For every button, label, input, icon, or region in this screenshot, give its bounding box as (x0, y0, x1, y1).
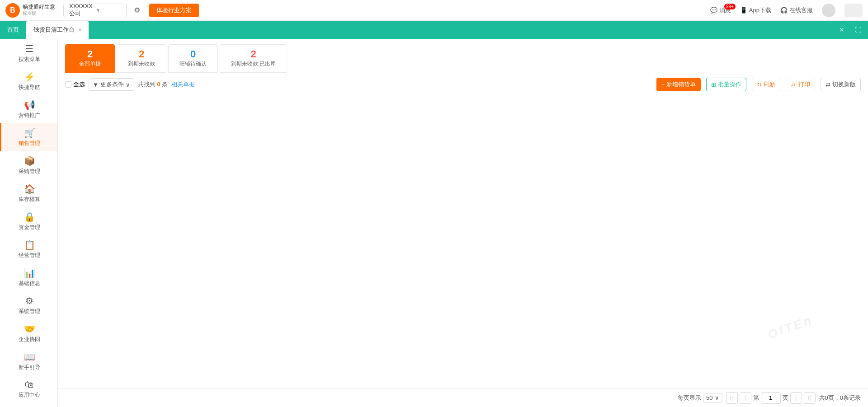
per-page-value: 50 (706, 394, 712, 401)
stat-label-overdue: 到期未收款 (128, 60, 155, 68)
user-menu[interactable] (844, 4, 863, 17)
sidebar-item-sales[interactable]: 🛒 销售管理 (0, 123, 57, 151)
stat-label-all: 全部单据 (79, 60, 101, 68)
print-label: 打印 (798, 80, 810, 89)
page-next-button[interactable]: ⟩ (790, 392, 802, 404)
tab-close-icon[interactable]: × (78, 27, 81, 33)
sidebar-label-purchase: 采购管理 (19, 168, 40, 175)
toolbar-right: + 新增销货单 ⊞ 批量操作 ↻ 刷新 🖨 打印 ⇄ 切换新版 (656, 78, 861, 91)
message-button[interactable]: 💬 消息 99+ (710, 6, 731, 14)
sidebar-item-system[interactable]: ⚙ 系统管理 (0, 291, 57, 319)
print-icon: 🖨 (791, 81, 797, 88)
sidebar-label-guide: 新手引导 (19, 364, 40, 371)
found-count: 0 (157, 81, 160, 88)
logo-icon: B (5, 3, 20, 18)
pagination-bar: 每页显示 50 ∨ ⟨⟨ ⟨ 第 页 ⟩ ⟩⟩ 共0页，0条记录 (58, 388, 868, 407)
filter-chevron-icon: ∨ (126, 81, 130, 88)
online-service-label: 在线客服 (789, 6, 813, 14)
switch-version-button[interactable]: ⇄ 切换新版 (821, 78, 861, 91)
app-logo: B 畅捷通好生意 标准版 (5, 3, 63, 18)
refresh-icon: ↻ (757, 81, 762, 88)
chevron-down-icon: ▾ (97, 7, 121, 14)
company-selector[interactable]: XXXXXX公司 ▾ (63, 4, 127, 17)
add-sales-order-button[interactable]: + 新增销货单 (656, 78, 701, 91)
base-info-icon: 📊 (24, 267, 35, 278)
sidebar-label-operations: 经营管理 (19, 252, 40, 259)
sidebar-item-wechat[interactable]: 💬 企业微信 (0, 402, 57, 407)
sidebar-item-marketing[interactable]: 📢 营销推广 (0, 95, 57, 123)
page-last-button[interactable]: ⟩⟩ (804, 392, 816, 404)
settings-icon[interactable]: ⚙ (130, 4, 144, 17)
related-orders-link[interactable]: 相关单据 (171, 80, 195, 89)
online-service-icon: 🎧 (780, 7, 788, 14)
sidebar-label-system: 系统管理 (19, 308, 40, 315)
page-size-selector[interactable]: 每页显示 50 ∨ (678, 393, 722, 402)
sidebar-item-purchase[interactable]: 📦 采购管理 (0, 151, 57, 179)
found-text: 共找到 0 条 (138, 80, 168, 89)
app-download-button[interactable]: 📱 App下载 (740, 6, 771, 14)
filter-button[interactable]: ▼ 更多条件 ∨ (89, 78, 134, 91)
app-download-icon: 📱 (740, 7, 747, 14)
sidebar-item-inventory[interactable]: 🏠 库存核算 (0, 179, 57, 207)
finance-icon: 🔒 (24, 211, 35, 222)
search-menu-icon: ☰ (25, 43, 33, 54)
company-name: XXXXXX公司 (69, 3, 93, 18)
page-suffix: 页 (783, 394, 788, 402)
sidebar-item-base-info[interactable]: 📊 基础信息 (0, 263, 57, 291)
stat-tab-overdue[interactable]: 2 到期未收款 (117, 44, 166, 73)
checkbox-box[interactable] (65, 81, 71, 88)
stat-tab-shipped[interactable]: 2 到期未收款 已出库 (220, 44, 287, 73)
stat-count-wangfu: 0 (190, 48, 196, 60)
online-service-button[interactable]: 🎧 在线客服 (780, 6, 813, 14)
stat-tab-wangfu[interactable]: 0 旺辅待确认 (168, 44, 218, 73)
marketing-icon: 📢 (24, 99, 35, 110)
sales-icon: 🛒 (24, 127, 35, 138)
tab-home-label: 首页 (7, 26, 19, 34)
stat-tab-all[interactable]: 2 全部单据 (65, 44, 115, 73)
tab-active[interactable]: 钱货日清工作台 × (26, 21, 89, 39)
header-right: 💬 消息 99+ 📱 App下载 🎧 在线客服 (710, 4, 863, 17)
print-button[interactable]: 🖨 打印 (786, 78, 815, 91)
table-area (58, 96, 868, 388)
tab-expand-icon[interactable]: ⛶ (852, 23, 864, 36)
app-body: ☰ 搜索菜单 ⚡ 快捷导航 📢 营销推广 🛒 销售管理 📦 采购管理 🏠 库存核… (0, 39, 868, 407)
stat-count-overdue: 2 (139, 48, 144, 60)
per-page-chevron-icon: ∨ (715, 394, 719, 401)
sidebar-label-sales: 销售管理 (19, 140, 40, 147)
tab-home[interactable]: 首页 (0, 21, 26, 39)
batch-operation-button[interactable]: ⊞ 批量操作 (706, 78, 746, 91)
logo-text: 畅捷通好生意 (23, 4, 55, 11)
select-all-checkbox[interactable]: 全选 (65, 80, 85, 89)
sidebar-item-operations[interactable]: 📋 经营管理 (0, 235, 57, 263)
sidebar-item-search[interactable]: ☰ 搜索菜单 (0, 39, 57, 67)
page-input[interactable] (761, 392, 781, 404)
stat-count-shipped: 2 (251, 48, 256, 60)
refresh-button[interactable]: ↻ 刷新 (752, 78, 780, 91)
page-first-button[interactable]: ⟨⟨ (726, 392, 738, 404)
per-page-label: 每页显示 (678, 394, 701, 402)
found-suffix: 条 (162, 81, 168, 88)
sidebar-item-finance[interactable]: 🔒 资金管理 (0, 207, 57, 235)
sidebar-item-app-center[interactable]: 🛍 应用中心 (0, 375, 57, 402)
refresh-label: 刷新 (764, 80, 775, 89)
switch-icon: ⇄ (826, 81, 830, 88)
sidebar-item-quick-nav[interactable]: ⚡ 快捷导航 (0, 67, 57, 95)
app-center-icon: 🛍 (25, 379, 34, 390)
system-icon: ⚙ (25, 295, 33, 306)
page-prev-button[interactable]: ⟨ (740, 392, 751, 404)
stat-label-wangfu: 旺辅待确认 (179, 60, 207, 68)
avatar[interactable] (822, 4, 835, 17)
sidebar-item-collab[interactable]: 🤝 企业协同 (0, 319, 57, 347)
select-all-label: 全选 (73, 80, 85, 89)
stats-tabs: 2 全部单据 2 到期未收款 0 旺辅待确认 2 到期未收款 已出库 (58, 39, 868, 73)
sidebar-label-search: 搜索菜单 (19, 56, 40, 63)
batch-icon: ⊞ (711, 81, 716, 88)
message-icon: 💬 (710, 7, 717, 14)
sidebar-label-finance: 资金管理 (19, 224, 40, 231)
tab-close-window-icon[interactable]: ✕ (835, 23, 848, 36)
sidebar-item-guide[interactable]: 📖 新手引导 (0, 347, 57, 375)
trial-button[interactable]: 体验行业方案 (149, 4, 199, 17)
header: B 畅捷通好生意 标准版 XXXXXX公司 ▾ ⚙ 体验行业方案 💬 消息 99… (0, 0, 868, 21)
total-records-label: 共0页，0条记录 (819, 394, 861, 402)
per-page-select[interactable]: 50 ∨ (703, 393, 722, 402)
